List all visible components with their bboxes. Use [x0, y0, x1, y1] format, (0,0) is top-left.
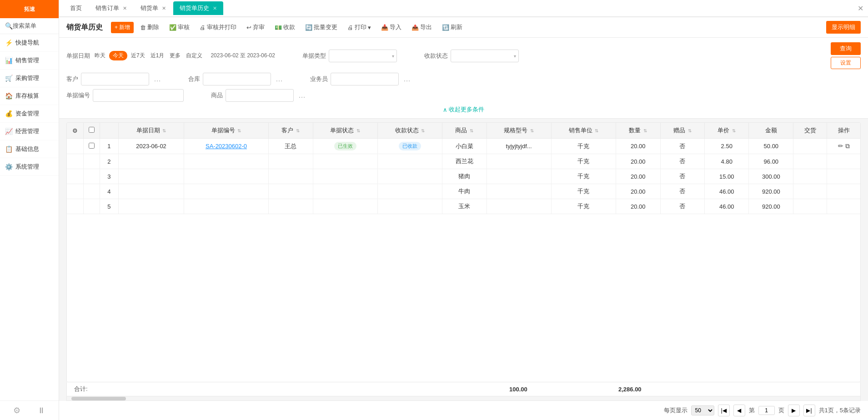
date-shortcut-7days[interactable]: 近7天 — [129, 51, 147, 60]
table-row[interactable]: 5 玉米 千克 20.00 否 46.00 920.00 — [67, 199, 860, 214]
date-shortcut-yesterday[interactable]: 昨天 — [93, 51, 107, 60]
goods-input[interactable] — [226, 89, 294, 102]
td-doc-number[interactable] — [184, 184, 268, 199]
select-all-checkbox[interactable] — [89, 127, 95, 133]
td-checkbox[interactable] — [83, 139, 100, 154]
sidebar-item-search-menu[interactable]: 🔍 搜索菜单 — [0, 18, 59, 34]
td-doc-number[interactable] — [184, 199, 268, 214]
new-btn[interactable]: + 新增 — [111, 22, 134, 33]
tab-sales-order-label: 销售订单 — [95, 4, 119, 12]
goods-dots[interactable]: … — [298, 91, 306, 100]
next-page-btn[interactable]: ▶ — [788, 405, 800, 416]
collect-btn[interactable]: 💵 收款 — [271, 21, 299, 33]
th-unit-price[interactable]: 单价 ⇅ — [704, 123, 748, 139]
th-collect-status[interactable]: 收款状态 ⇅ — [377, 123, 442, 139]
page-size-select[interactable]: 50 100 — [691, 405, 714, 415]
sidebar-item-sys-mgmt[interactable]: ⚙️ 系统管理 — [0, 158, 59, 176]
th-checkbox[interactable] — [83, 123, 100, 139]
sidebar-item-inventory-calc[interactable]: 🏠 库存核算 — [0, 87, 59, 105]
sidebar-item-finance-mgmt[interactable]: 💰 资金管理 — [0, 105, 59, 123]
collapse-btn[interactable]: ∧ 收起更多条件 — [66, 105, 861, 114]
th-doc-number[interactable]: 单据编号 ⇅ — [184, 123, 268, 139]
table-row[interactable]: 3 猪肉 千克 20.00 否 15.00 300.00 — [67, 169, 860, 184]
customer-dots[interactable]: … — [154, 75, 161, 83]
import-btn[interactable]: 📥 导入 — [377, 21, 405, 33]
delete-btn[interactable]: 🗑 删除 — [136, 21, 163, 33]
last-page-btn[interactable]: ▶| — [803, 405, 815, 416]
warehouse-input[interactable] — [203, 73, 271, 85]
td-checkbox[interactable] — [83, 199, 100, 214]
td-checkbox[interactable] — [83, 169, 100, 184]
abandon-btn[interactable]: ↩ 弃审 — [243, 21, 268, 33]
row-checkbox[interactable] — [89, 143, 95, 149]
print-btn[interactable]: 🖨 打印 ▾ — [344, 21, 375, 33]
td-doc-number[interactable]: SA-20230602-0 — [184, 139, 268, 154]
table-row[interactable]: 1 2023-06-02 SA-20230602-0 王总 已生效 已收款 小白… — [67, 139, 860, 154]
tab-sales-order[interactable]: 销售订单 ✕ — [89, 1, 133, 15]
td-doc-number[interactable] — [184, 154, 268, 169]
sidebar-item-quick-nav[interactable]: ⚡ 快捷导航 — [0, 34, 59, 52]
batch-change-btn[interactable]: 🔄 批量变更 — [301, 21, 341, 33]
th-settings[interactable]: ⚙ — [67, 123, 83, 139]
th-doc-date[interactable]: 单据日期 ⇅ — [119, 123, 184, 139]
td-transaction — [793, 154, 827, 169]
table-row[interactable]: 2 西兰花 千克 20.00 否 4.80 96.00 — [67, 154, 860, 169]
edit-btn[interactable]: ✏ — [838, 142, 843, 150]
th-doc-status[interactable]: 单据状态 ⇅ — [313, 123, 377, 139]
scrollbar-thumb[interactable] — [71, 397, 126, 400]
prev-page-btn[interactable]: ◀ — [733, 405, 745, 416]
td-doc-number[interactable] — [184, 169, 268, 184]
refresh-btn[interactable]: 🔃 刷新 — [438, 21, 466, 33]
salesperson-input[interactable] — [331, 73, 399, 85]
th-gift[interactable]: 赠品 ⇅ — [660, 123, 704, 139]
sidebar-settings-btn[interactable]: ⚙ — [13, 405, 20, 415]
date-shortcut-1month[interactable]: 近1月 — [149, 51, 166, 60]
query-btn[interactable]: 查询 — [831, 42, 861, 55]
sidebar-item-purchase-mgmt[interactable]: 🛒 采购管理 — [0, 70, 59, 87]
date-shortcut-more[interactable]: 更多 — [168, 51, 182, 60]
tab-home[interactable]: 首页 — [64, 1, 88, 15]
tab-sales-delivery-close[interactable]: ✕ — [162, 5, 166, 11]
filter-settings-btn[interactable]: 设置 — [831, 57, 861, 69]
first-page-btn[interactable]: |◀ — [718, 405, 730, 416]
td-checkbox[interactable] — [83, 154, 100, 169]
td-spec-type — [487, 199, 551, 214]
th-goods[interactable]: 商品 ⇅ — [442, 123, 487, 139]
scrollbar-area[interactable] — [66, 396, 861, 401]
export-btn[interactable]: 📤 导出 — [408, 21, 436, 33]
th-sales-unit[interactable]: 销售单位 ⇅ — [551, 123, 616, 139]
sidebar-item-sales-mgmt[interactable]: 📊 销售管理 — [0, 52, 59, 70]
date-shortcut-custom[interactable]: 自定义 — [184, 51, 204, 60]
td-qty: 20.00 — [616, 154, 660, 169]
tab-sales-delivery[interactable]: 销货单 ✕ — [134, 1, 172, 15]
tab-sales-history[interactable]: 销货单历史 ✕ — [173, 1, 223, 15]
doc-number-input[interactable] — [93, 89, 184, 102]
sidebar-item-ops-mgmt[interactable]: 📈 经营管理 — [0, 123, 59, 140]
tab-sales-history-close[interactable]: ✕ — [213, 5, 217, 11]
warehouse-dots[interactable]: … — [276, 75, 283, 83]
collect-status-select[interactable] — [451, 50, 519, 62]
salesperson-dots[interactable]: … — [403, 75, 411, 83]
sidebar-item-basic-info[interactable]: 📋 基础信息 — [0, 140, 59, 158]
td-qty: 20.00 — [616, 169, 660, 184]
table-row[interactable]: 4 牛肉 千克 20.00 否 46.00 920.00 — [67, 184, 860, 199]
audit-btn[interactable]: ✅ 审核 — [166, 21, 193, 33]
td-customer — [269, 184, 313, 199]
customer-input[interactable] — [81, 73, 149, 85]
th-qty[interactable]: 数量 ⇅ — [616, 123, 660, 139]
audit-print-btn[interactable]: 🖨 审核并打印 — [196, 21, 240, 33]
sidebar-pause-btn[interactable]: ⏸ — [37, 406, 45, 415]
date-shortcut-today[interactable]: 今天 — [109, 51, 127, 60]
tab-bar-close-btn[interactable]: ✕ — [858, 4, 863, 13]
copy-btn[interactable]: ⧉ — [845, 142, 850, 150]
filter-customer: 客户 … — [66, 73, 161, 85]
doc-type-select[interactable] — [329, 50, 397, 62]
td-checkbox[interactable] — [83, 184, 100, 199]
th-customer[interactable]: 客户 ⇅ — [269, 123, 313, 139]
th-spec-type[interactable]: 规格型号 ⇅ — [487, 123, 551, 139]
tab-sales-order-close[interactable]: ✕ — [123, 5, 127, 11]
print-dropdown-icon: ▾ — [368, 24, 371, 31]
td-collect-status: 已收款 — [377, 139, 442, 154]
page-number-input[interactable] — [758, 406, 775, 415]
show-detail-btn[interactable]: 显示明细 — [826, 21, 861, 34]
